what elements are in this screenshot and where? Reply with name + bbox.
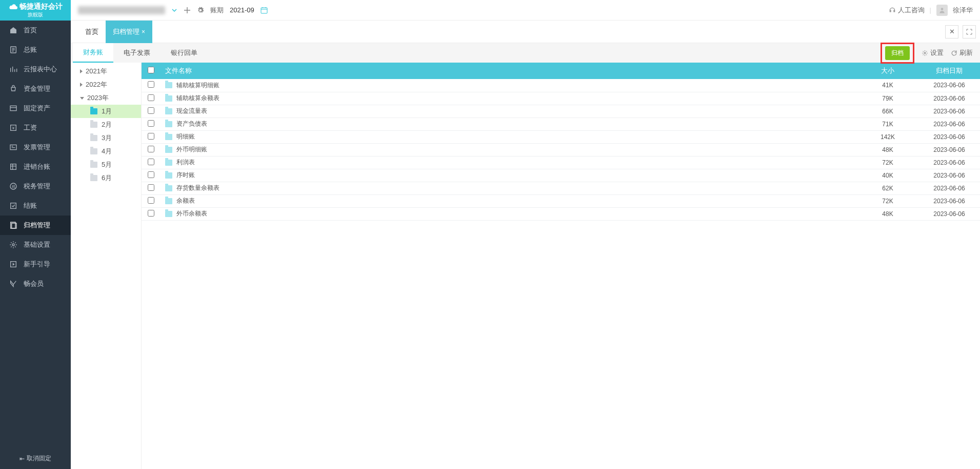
- nav-item-6[interactable]: 发票管理: [0, 138, 71, 157]
- close-tab-button[interactable]: ✕: [945, 25, 958, 38]
- nav-item-12[interactable]: 新手引导: [0, 255, 71, 274]
- table-row[interactable]: 现金流量表66K2023-06-06: [142, 105, 980, 118]
- nav-item-10[interactable]: 归档管理: [0, 216, 71, 235]
- page-tab-1[interactable]: 归档管理×: [106, 21, 152, 43]
- period-value[interactable]: 2021-09: [230, 6, 254, 14]
- caret-icon: [80, 69, 83, 73]
- tree-month-5[interactable]: 6月: [71, 171, 141, 185]
- row-checkbox[interactable]: [148, 210, 154, 217]
- fullscreen-button[interactable]: [963, 25, 976, 38]
- nav-list: 首页总账云报表中心资金管理固定资产¥工资发票管理进销台账税税务管理结账归档管理基…: [0, 21, 71, 448]
- highlight-annotation: 归档: [881, 43, 914, 64]
- file-size: 79K: [857, 92, 918, 105]
- file-size: 142K: [857, 130, 918, 143]
- svg-rect-13: [261, 8, 267, 13]
- row-checkbox[interactable]: [148, 146, 154, 152]
- nav-item-11[interactable]: 基础设置: [0, 235, 71, 255]
- row-checkbox[interactable]: [148, 184, 154, 191]
- table-row[interactable]: 序时账40K2023-06-06: [142, 169, 980, 182]
- close-icon[interactable]: ×: [142, 28, 145, 35]
- table-row[interactable]: 辅助核算余额表79K2023-06-06: [142, 92, 980, 105]
- col-date: 归档日期: [918, 63, 980, 79]
- refresh-button[interactable]: 刷新: [951, 48, 973, 57]
- nav-icon: [9, 241, 17, 249]
- nav-item-8[interactable]: 税税务管理: [0, 177, 71, 196]
- nav-item-0[interactable]: 首页: [0, 21, 71, 40]
- row-checkbox[interactable]: [148, 171, 154, 178]
- file-name: 外币余额表: [176, 209, 207, 218]
- inner-tab-2[interactable]: 银行回单: [161, 43, 208, 63]
- table-row[interactable]: 外币明细账48K2023-06-06: [142, 143, 980, 156]
- folder-icon: [165, 211, 172, 217]
- period-label: 账期: [210, 6, 224, 15]
- calendar-icon[interactable]: [261, 7, 268, 14]
- row-checkbox[interactable]: [148, 94, 154, 101]
- tree-month-4[interactable]: 5月: [71, 158, 141, 171]
- table-row[interactable]: 资产负债表71K2023-06-06: [142, 118, 980, 130]
- chevron-down-icon[interactable]: [171, 7, 177, 13]
- avatar-icon[interactable]: [936, 5, 948, 16]
- nav-item-1[interactable]: 总账: [0, 40, 71, 60]
- row-checkbox[interactable]: [148, 159, 154, 165]
- row-checkbox[interactable]: [148, 107, 154, 114]
- svg-rect-1: [10, 106, 16, 110]
- file-name: 余额表: [176, 197, 195, 205]
- nav-icon: [9, 202, 17, 210]
- table-row[interactable]: 外币余额表48K2023-06-06: [142, 207, 980, 220]
- nav-icon: [9, 46, 17, 54]
- nav-item-3[interactable]: 资金管理: [0, 79, 71, 99]
- tree-month-3[interactable]: 4月: [71, 145, 141, 158]
- nav-item-2[interactable]: 云报表中心: [0, 60, 71, 79]
- folder-icon: [165, 198, 172, 204]
- add-icon[interactable]: [184, 7, 191, 14]
- file-name: 辅助核算余额表: [176, 94, 219, 103]
- table-row[interactable]: 余额表72K2023-06-06: [142, 194, 980, 207]
- page-tab-0[interactable]: 首页: [78, 21, 106, 43]
- select-all-checkbox[interactable]: [148, 67, 154, 73]
- nav-item-5[interactable]: ¥工资: [0, 118, 71, 138]
- table-row[interactable]: 辅助核算明细账41K2023-06-06: [142, 79, 980, 92]
- cloud-icon: [9, 3, 18, 10]
- tree-month-1[interactable]: 2月: [71, 118, 141, 131]
- tree-year-1[interactable]: 2022年: [71, 78, 141, 91]
- nav-item-4[interactable]: 固定资产: [0, 99, 71, 118]
- gear-icon[interactable]: [197, 7, 204, 14]
- nav-item-7[interactable]: 进销台账: [0, 157, 71, 177]
- settings-button[interactable]: 设置: [922, 48, 944, 57]
- file-date: 2023-06-06: [918, 207, 980, 220]
- tree-month-2[interactable]: 3月: [71, 131, 141, 145]
- table-row[interactable]: 明细账142K2023-06-06: [142, 130, 980, 143]
- svg-point-14: [941, 8, 944, 10]
- tree-month-0[interactable]: 1月: [71, 105, 141, 118]
- file-name: 辅助核算明细账: [176, 81, 219, 90]
- folder-icon: [165, 172, 172, 179]
- sidebar-footer[interactable]: ⇤ 取消固定: [0, 448, 71, 469]
- inner-tab-0[interactable]: 财务账: [73, 43, 113, 63]
- tree-year-2[interactable]: 2023年: [71, 91, 141, 105]
- brand-name: 畅捷通好会计: [19, 2, 63, 11]
- file-date: 2023-06-06: [918, 156, 980, 169]
- table-row[interactable]: 存货数量余额表62K2023-06-06: [142, 182, 980, 194]
- archive-button[interactable]: 归档: [885, 46, 910, 60]
- nav-item-13[interactable]: 畅会员: [0, 274, 71, 294]
- row-checkbox[interactable]: [148, 133, 154, 140]
- file-size: 66K: [857, 105, 918, 118]
- company-selector[interactable]: [78, 6, 165, 14]
- username[interactable]: 徐泽华: [953, 6, 973, 15]
- row-checkbox[interactable]: [148, 120, 154, 127]
- file-size: 40K: [857, 169, 918, 182]
- folder-icon: [90, 135, 97, 141]
- file-date: 2023-06-06: [918, 169, 980, 182]
- inner-tab-1[interactable]: 电子发票: [113, 43, 161, 63]
- tree-year-0[interactable]: 2021年: [71, 65, 141, 78]
- divider: |: [930, 6, 931, 14]
- table-row[interactable]: 利润表72K2023-06-06: [142, 156, 980, 169]
- col-name: 文件名称: [160, 63, 857, 79]
- support-link[interactable]: 人工咨询: [889, 6, 925, 15]
- sidebar: 畅捷通好会计 旗舰版 首页总账云报表中心资金管理固定资产¥工资发票管理进销台账税…: [0, 0, 71, 469]
- row-checkbox[interactable]: [148, 81, 154, 88]
- file-size: 72K: [857, 156, 918, 169]
- nav-item-9[interactable]: 结账: [0, 196, 71, 216]
- folder-icon: [90, 162, 97, 168]
- row-checkbox[interactable]: [148, 197, 154, 204]
